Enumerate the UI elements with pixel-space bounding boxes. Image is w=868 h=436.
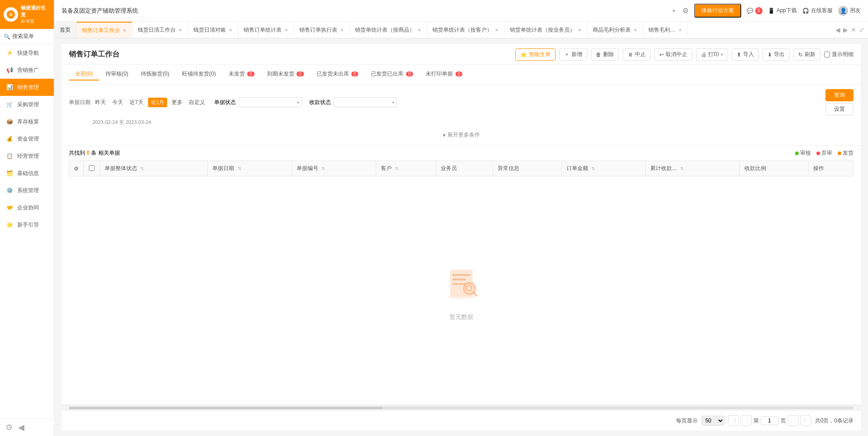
close-tab-icon[interactable]: ✕ (123, 28, 126, 33)
tab-scroll-left-icon[interactable]: ◀ (835, 26, 840, 33)
dropdown-arrow[interactable]: ▾ (672, 8, 675, 14)
smart-create-button[interactable]: ⭐ 智能生单 (515, 48, 556, 61)
ship-action-button[interactable]: 发货 (838, 149, 854, 157)
filter-tab-pending-check[interactable]: 待拣验货(0) (134, 68, 176, 81)
sidebar-item-finance[interactable]: 💰 资金管理 (0, 130, 54, 147)
collapse-icon[interactable]: ◀ (18, 422, 24, 432)
next-page-button[interactable]: 〉 (788, 415, 799, 426)
filter-tab-pending-review[interactable]: 待审核(0) (99, 68, 135, 81)
close-tab-icon[interactable]: ✕ (633, 28, 637, 33)
select-all-checkbox[interactable] (89, 165, 95, 171)
sidebar-item-guide[interactable]: 🌟 新手引导 (0, 216, 54, 233)
first-page-button[interactable]: 《 (728, 415, 739, 426)
new-label: 新增 (571, 51, 582, 58)
settings-gear-icon[interactable]: ⚙ (5, 422, 13, 432)
sidebar-item-cooperation[interactable]: 🤝 企业协同 (0, 199, 54, 216)
system-title: 装备及固定资产辅助管理系统 (62, 7, 667, 15)
filter-tab-shipped-not-out[interactable]: 已发货未出库 0 (310, 68, 365, 81)
sidebar-item-marketing[interactable]: 📢 营销推广 (0, 62, 54, 79)
expand-conditions-button[interactable]: ▾ 展开更多条件 (69, 129, 854, 141)
close-tab-icon[interactable]: ✕ (340, 28, 344, 33)
tab-sales-stat[interactable]: 销售订单统计表 ✕ (238, 22, 294, 38)
sidebar-item-management[interactable]: 📋 经营管理 (0, 147, 54, 165)
audit-action-button[interactable]: 审核 (795, 149, 811, 157)
sidebar-item-basic-info[interactable]: 🗂️ 基础信息 (0, 165, 54, 182)
close-tab-icon[interactable]: ✕ (417, 28, 421, 33)
inventory-icon: 📦 (5, 118, 14, 126)
tab-sales-exec[interactable]: 销售订单执行表 ✕ (294, 22, 350, 38)
online-service-button[interactable]: 🎧 在线客服 (802, 7, 833, 14)
prev-page-button[interactable]: 〈 (741, 415, 752, 426)
filter-tab-not-printed[interactable]: 未打印单据 0 (419, 68, 469, 81)
app-download-button[interactable]: 📱 App下载 (768, 7, 797, 14)
app-icon: 📱 (768, 8, 775, 14)
pause-button[interactable]: ⏸ 中止 (623, 48, 651, 61)
tab-cash-clear[interactable]: 钱货日清工作台 ✕ (132, 22, 188, 38)
settings-button[interactable]: 设置 (825, 103, 854, 115)
delete-button[interactable]: 🗑 删除 (591, 48, 619, 61)
tab-sales-by-product[interactable]: 销货单统计表（按商品） ✕ (350, 22, 427, 38)
date-option-1month[interactable]: 近1月 (148, 98, 168, 107)
last-page-button[interactable]: 》 (801, 415, 811, 426)
print-button[interactable]: 🖨 打印 ▾ (696, 48, 728, 61)
sidebar-item-purchase[interactable]: 🛒 采购管理 (0, 96, 54, 113)
date-option-more[interactable]: 更多 (170, 98, 184, 107)
close-tab-icon[interactable]: ✕ (178, 28, 182, 33)
show-detail-checkbox[interactable] (824, 52, 830, 57)
sidebar-item-system[interactable]: ⚙️ 系统管理 (0, 182, 54, 199)
th-exception: 异常信息 (493, 161, 561, 176)
date-option-today[interactable]: 今天 (110, 98, 125, 107)
nav-label: 基础信息 (17, 170, 39, 177)
filter-tab-overdue[interactable]: 到期未发货 0 (261, 68, 310, 81)
date-option-yesterday[interactable]: 昨天 (93, 98, 108, 107)
tab-home[interactable]: 首页 (54, 22, 77, 38)
tab-cash-reconcile[interactable]: 钱货日清对账 ✕ (188, 22, 238, 38)
tab-sales-gross[interactable]: 销售毛利… ✕ (643, 22, 688, 38)
tab-gross-profit[interactable]: 商品毛利分析表 ✕ (587, 22, 643, 38)
gear-settings-icon[interactable]: ⚙ (682, 6, 689, 15)
user-menu-button[interactable]: 👤 用友 (838, 6, 861, 16)
experience-button[interactable]: 体验行业方案 (694, 4, 741, 18)
sidebar-item-sales[interactable]: 📊 销售管理 (0, 79, 54, 96)
tab-scroll-right-icon[interactable]: ▶ (843, 26, 848, 33)
refresh-button[interactable]: ↻ 刷新 (793, 48, 820, 61)
sidebar-item-inventory[interactable]: 📦 库存核算 (0, 113, 54, 130)
close-tab-icon[interactable]: ✕ (284, 28, 288, 33)
filter-tab-all[interactable]: 全部(0) (69, 68, 99, 81)
sidebar-item-navigation[interactable]: ⚡ 快捷导航 (0, 44, 54, 62)
close-tab-icon[interactable]: ✕ (678, 28, 682, 33)
import-button[interactable]: ⬆ 导入 (732, 48, 759, 61)
tab-sales-by-customer[interactable]: 销货单统计表（按客户） ✕ (427, 22, 504, 38)
export-button[interactable]: ⬇ 导出 (762, 48, 790, 61)
tab-sales-order[interactable]: 销售订单工作台 ✕ (77, 22, 132, 38)
payment-select[interactable] (334, 97, 397, 107)
per-page-select[interactable]: 50 100 (701, 416, 724, 426)
message-button[interactable]: 💬 6 (747, 7, 762, 14)
close-tab-icon[interactable]: ✕ (229, 28, 232, 33)
filter-tab-shipped-out[interactable]: 已发货已出库 0 (364, 68, 419, 81)
filter-tab-shop-pending[interactable]: 旺铺待发货(0) (176, 68, 222, 81)
new-button[interactable]: ＋ 新增 (559, 48, 587, 61)
scrollbar-thumb[interactable] (69, 407, 383, 409)
date-option-custom[interactable]: 自定义 (187, 98, 207, 107)
cancel-pause-button[interactable]: ↩ 取消中止 (654, 48, 692, 61)
show-detail-label[interactable]: 显示明细 (824, 51, 854, 58)
sidebar-item-search[interactable]: 🔍 搜索菜单 (0, 29, 54, 44)
close-tab-icon[interactable]: ✕ (578, 28, 581, 33)
status-label: 单据状态 (214, 99, 236, 106)
maximize-icon[interactable]: ⤢ (859, 26, 864, 33)
close-all-tabs-icon[interactable]: ✕ (851, 26, 856, 33)
cancel-audit-action-button[interactable]: 弃审 (816, 149, 832, 157)
cooperation-icon: 🤝 (5, 204, 14, 212)
close-tab-icon[interactable]: ✕ (495, 28, 499, 33)
query-button[interactable]: 查询 (825, 89, 854, 101)
status-select[interactable] (239, 97, 302, 107)
tab-label: 销售订单执行表 (299, 26, 337, 34)
page-input[interactable] (761, 416, 779, 425)
nav-label: 营销推广 (17, 66, 39, 74)
filter-tabs: 全部(0) 待审核(0) 待拣验货(0) 旺铺待发货(0) 未发货 0 到期未发… (62, 65, 861, 85)
filter-tab-unshipped[interactable]: 未发货 0 (222, 68, 261, 81)
date-option-7days[interactable]: 近7天 (128, 98, 145, 107)
smart-create-label: 智能生单 (529, 51, 551, 58)
tab-sales-by-staff[interactable]: 销货单统计表（按业务员） ✕ (504, 22, 587, 38)
